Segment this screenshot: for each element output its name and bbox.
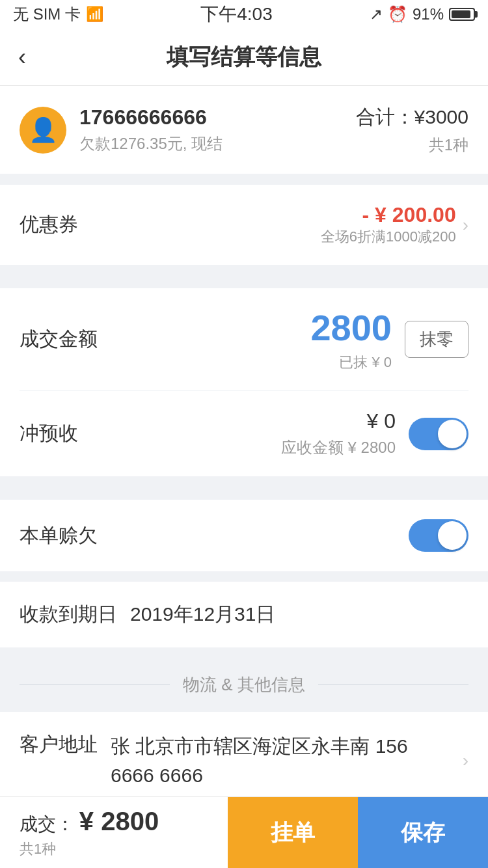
logistics-line-left [20, 685, 170, 685]
back-button[interactable]: ‹ [18, 44, 26, 71]
toggle-knob [438, 420, 467, 448]
deal-right: 2800 已抹 ¥ 0 抹零 [310, 306, 468, 372]
debt-toggle[interactable] [409, 519, 468, 552]
page-title: 填写结算等信息 [167, 42, 321, 72]
deal-label: 成交金额 [20, 326, 98, 353]
section-divider-2 [0, 476, 488, 489]
logistics-separator: 物流 & 其他信息 [0, 658, 488, 712]
prepay-amount: ¥ 0 [281, 409, 396, 433]
coupon-right: - ¥ 200.00 全场6折满1000减200 › [321, 203, 468, 247]
coupon-amount: - ¥ 200.00 [321, 203, 456, 227]
logistics-text: 物流 & 其他信息 [170, 673, 318, 696]
section-divider-1 [0, 275, 488, 288]
battery-icon [449, 8, 475, 21]
avatar-icon: 👤 [29, 116, 58, 144]
debt-label: 本单赊欠 [20, 522, 98, 549]
customer-phone: 17666666666 [79, 105, 223, 129]
carrier-text: 无 SIM 卡 [13, 4, 81, 25]
deal-sub: 已抹 ¥ 0 [310, 353, 392, 372]
prepay-row: 冲预收 ¥ 0 应收金额 ¥ 2800 [20, 391, 468, 476]
customer-left: 👤 17666666666 欠款1276.35元, 现结 [20, 105, 223, 154]
status-left: 无 SIM 卡 📶 [13, 4, 103, 25]
prepay-toggle[interactable] [409, 418, 468, 450]
coupon-row[interactable]: 优惠券 - ¥ 200.00 全场6折满1000减200 › [0, 185, 488, 265]
customer-row: 👤 17666666666 欠款1276.35元, 现结 合计：¥3000 共1… [0, 86, 488, 174]
prepay-right: ¥ 0 应收金额 ¥ 2800 [281, 409, 468, 458]
status-bar: 无 SIM 卡 📶 下午4:03 ↗ ⏰ 91% [0, 0, 488, 29]
deal-amount-row: 成交金额 2800 已抹 ¥ 0 抹零 [20, 288, 468, 391]
deal-amount-value: 2800 [310, 306, 392, 349]
address-section[interactable]: 客户地址 张 北京市市辖区海淀区永丰南 156 6666 6666 › [0, 712, 488, 809]
total-sub: 共1种 [356, 135, 468, 156]
footer: 成交： ¥ 2800 共1种 挂单 保存 [0, 796, 488, 868]
status-right: ↗ ⏰ 91% [370, 5, 475, 23]
address-label: 客户地址 [20, 731, 98, 758]
prepay-receivable: 应收金额 ¥ 2800 [281, 437, 396, 458]
footer-info: 成交： ¥ 2800 共1种 [0, 807, 228, 859]
prepay-amount-block: ¥ 0 应收金额 ¥ 2800 [281, 409, 396, 458]
pending-button[interactable]: 挂单 [228, 797, 358, 869]
duedate-value: 2019年12月31日 [130, 601, 275, 628]
alarm-icon: ⏰ [388, 5, 407, 23]
customer-info: 17666666666 欠款1276.35元, 现结 [79, 105, 223, 154]
nav-bar: ‹ 填写结算等信息 [0, 29, 488, 86]
total-amount: 合计：¥3000 [356, 104, 468, 131]
location-icon: ↗ [370, 5, 383, 23]
footer-deal-line: 成交： ¥ 2800 [20, 807, 208, 837]
coupon-desc: 全场6折满1000减200 [321, 227, 456, 247]
debt-row: 本单赊欠 [20, 500, 468, 571]
customer-right: 合计：¥3000 共1种 [356, 104, 468, 156]
footer-deal-label: 成交： [20, 814, 74, 834]
logistics-line-right [318, 685, 468, 685]
address-chevron-icon: › [463, 750, 468, 771]
debt-section: 本单赊欠 [0, 500, 488, 571]
footer-sub: 共1种 [20, 839, 208, 859]
prepay-label: 冲预收 [20, 420, 78, 447]
customer-sub-text: 欠款1276.35元, 现结 [79, 133, 223, 154]
chevron-right-icon: › [463, 215, 468, 236]
footer-deal-amount: ¥ 2800 [79, 807, 159, 835]
address-value: 张 北京市市辖区海淀区永丰南 156 6666 6666 [111, 731, 450, 790]
duedate-label: 收款到期日 [20, 601, 117, 628]
status-time: 下午4:03 [200, 2, 273, 27]
amount-section: 成交金额 2800 已抹 ¥ 0 抹零 冲预收 ¥ 0 应收金额 ¥ 2800 [0, 288, 488, 476]
save-button[interactable]: 保存 [358, 797, 488, 869]
wifi-icon: 📶 [86, 6, 103, 23]
debt-toggle-knob [438, 521, 467, 550]
coupon-label: 优惠券 [20, 211, 78, 238]
avatar: 👤 [20, 107, 66, 154]
battery-percent: 91% [413, 5, 444, 23]
duedate-section: 收款到期日 2019年12月31日 [0, 582, 488, 647]
round-zero-button[interactable]: 抹零 [405, 321, 468, 358]
